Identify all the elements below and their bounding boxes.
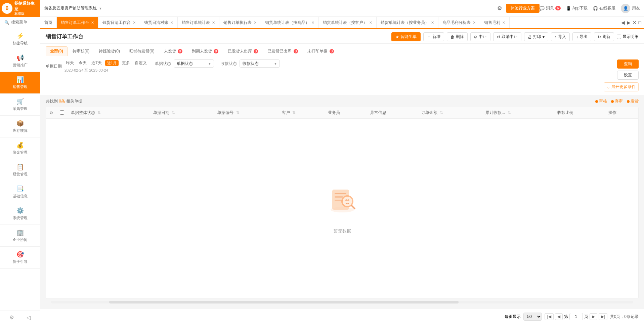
col-amount: 订单金额 ⇅ [418,107,482,119]
subtab-shipped-out[interactable]: 已发货已出库 0 [263,46,302,56]
export-button[interactable]: ↓ 导出 [572,32,591,41]
page-input[interactable]: 1 [569,313,583,320]
import-button[interactable]: ↑ 导入 [551,32,570,41]
payment-select-wrap[interactable]: 收款状态 [240,59,280,68]
print-dropdown-arrow[interactable]: ▾ [543,35,545,39]
date-opt-7days[interactable]: 近7天 [90,59,103,67]
tab-prev-button[interactable]: ◀ [621,20,625,25]
sidebar-item-finance[interactable]: 💰 资金管理 [0,137,40,159]
cancel-review-action-button[interactable]: 弃审 [611,98,623,104]
tab-close-cash-reconcile[interactable]: ✕ [170,21,173,25]
tab-product-margin[interactable]: 商品毛利分析表 ✕ [438,17,480,29]
date-opt-today[interactable]: 今天 [77,59,88,67]
topbar-settings-icon[interactable]: ⚙ [497,5,502,11]
sort-amount-icon[interactable]: ⇅ [440,110,443,115]
sidebar-item-newbie[interactable]: 🎯 新手引导 [0,247,40,269]
prev-page-button[interactable]: ◀ [555,313,563,320]
sidebar-item-sales[interactable]: 📊 销售管理 [0,72,40,94]
tab-sales-order-exec[interactable]: 销售订单执行表 ✕ [219,17,261,29]
subtab-overdue-ship[interactable]: 到期未发货 0 [187,46,223,56]
tab-cash-reconcile[interactable]: 钱货日清对账 ✕ [140,17,178,29]
sidebar-item-operations[interactable]: 📋 经营管理 [0,159,40,181]
sidebar-item-marketing[interactable]: 📢 营销推广 [0,50,40,72]
sort-date-icon[interactable]: ⇅ [172,110,175,115]
tab-close-sales-stats-salesperson[interactable]: ✕ [431,21,434,25]
tab-close-product-margin[interactable]: ✕ [473,21,476,25]
sort-customer-icon[interactable]: ⇅ [292,110,296,115]
next-page-button[interactable]: ▶ [590,313,597,320]
tab-cash-daily[interactable]: 钱货日清工作台 ✕ [98,17,140,29]
status-select-wrap[interactable]: 单据状态 [174,59,214,68]
first-page-button[interactable]: |◀ [545,313,553,320]
message-button[interactable]: 💬 消息 6 [540,5,561,11]
show-detail-label[interactable]: 显示明细 [617,34,639,40]
sort-number-icon[interactable]: ⇅ [236,110,240,115]
date-opt-more[interactable]: 更多 [121,59,131,67]
payment-select[interactable]: 收款状态 [240,59,280,68]
system-dropdown-arrow[interactable]: ▾ [99,6,101,11]
subtab-pending-review[interactable]: 待审核(0) [68,46,94,56]
table-settings-icon[interactable]: ⚙ [49,111,53,115]
review-action-button[interactable]: 审核 [595,98,607,104]
sort-received-icon[interactable]: ⇅ [508,110,511,115]
date-opt-custom[interactable]: 自定义 [133,59,148,67]
sidebar-item-quick-nav[interactable]: ⚡ 快捷导航 [0,28,40,50]
add-button[interactable]: ＋ 新增 [423,32,444,41]
tab-sales-stats-product[interactable]: 销货单统计表（按商品） ✕ [261,17,319,29]
subtab-not-shipped[interactable]: 未发货 0 [160,46,187,56]
ship-action-button[interactable]: 发货 [627,98,639,104]
tab-sales-workbench[interactable]: 销售订单工作台 ✕ [57,17,98,29]
collapse-icon[interactable]: ◁ [27,314,31,321]
tab-close-sales-profit[interactable]: ✕ [502,21,505,25]
sidebar-search[interactable]: 🔍 搜索菜单 [0,17,40,28]
settings-bottom-icon[interactable]: ⚙ [9,314,14,321]
subtab-not-printed[interactable]: 未打印单据 0 [303,46,338,56]
sidebar-item-base-info[interactable]: 📑 基础信息 [0,181,40,203]
refresh-button[interactable]: ↻ 刷新 [594,32,614,41]
subtab-shipped-not-out[interactable]: 已发货未出库 0 [223,46,263,56]
tab-close-cash-daily[interactable]: ✕ [133,21,136,25]
tab-sales-profit[interactable]: 销售毛利 ✕ [480,17,510,29]
sidebar-item-purchase[interactable]: 🛒 采购管理 [0,94,40,116]
date-opt-1month-active[interactable]: 近1月 [105,60,119,66]
last-page-button[interactable]: ▶| [599,313,607,320]
expand-conditions-button[interactable]: ⌄ 展开更多条件 [604,82,639,91]
tab-close-sales-stats-customer[interactable]: ✕ [369,21,372,25]
tab-close-sales-order-stats[interactable]: ✕ [212,21,215,25]
query-button[interactable]: 查询 [617,59,639,69]
sidebar-item-enterprise[interactable]: 🏢 企业协同 [0,225,40,247]
settings-filter-button[interactable]: 设置 [617,71,639,80]
show-detail-checkbox[interactable] [617,35,621,39]
status-select[interactable]: 单据状态 [174,59,214,68]
tab-close-sales-order-exec[interactable]: ✕ [254,21,257,25]
subtab-pending-check[interactable]: 待拣验货(0) [94,46,124,56]
delete-button[interactable]: 🗑 删除 [447,32,468,41]
tab-next-button[interactable]: ▶ [627,20,631,25]
tab-sales-order-stats[interactable]: 销售订单统计表 ✕ [178,17,219,29]
scrollbar-thumb[interactable] [109,301,459,303]
date-opt-yesterday[interactable]: 昨天 [65,59,75,67]
sidebar-item-inventory[interactable]: 📦 库存核算 [0,116,40,137]
tab-restore-button[interactable]: □ [639,20,641,25]
cancel-stop-button[interactable]: ↺ 取消中止 [493,32,521,41]
per-page-select[interactable]: 50 20 100 [523,313,542,321]
print-button[interactable]: 🖨 打印 ▾ [524,32,548,41]
tab-close-sales-workbench[interactable]: ✕ [91,21,94,25]
subtab-wangpu-ship[interactable]: 旺铺待发货(0) [125,46,159,56]
app-download-button[interactable]: 📱 App下载 [566,5,588,11]
select-all-checkbox[interactable] [60,110,64,115]
tab-home[interactable]: 首页 [40,17,57,29]
tab-close-sales-stats-product[interactable]: ✕ [311,21,314,25]
subtab-all[interactable]: 全部(0) [46,46,68,56]
industry-solution-button[interactable]: 体验行业方案 [506,4,540,13]
online-service-button[interactable]: 🎧 在线客服 [593,5,615,11]
tab-sales-stats-customer[interactable]: 销货单统计表（按客户） ✕ [319,17,377,29]
user-menu[interactable]: 👤 用友 [621,4,640,13]
sort-status-icon[interactable]: ⇅ [97,110,101,115]
stop-button[interactable]: ⊘ 中止 [470,32,490,41]
sidebar-item-system[interactable]: ⚙️ 系统管理 [0,203,40,225]
tab-close-all-button[interactable]: ✕ [633,20,637,25]
tab-sales-stats-salesperson[interactable]: 销货单统计表（按业务员） ✕ [377,17,438,29]
smart-create-button[interactable]: ★ 智能生单 [391,32,421,41]
horizontal-scrollbar[interactable] [51,301,633,303]
